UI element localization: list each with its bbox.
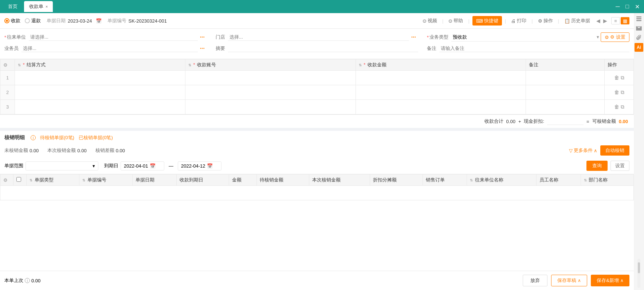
row-2-account[interactable] xyxy=(185,85,356,100)
toolbar-right: ⊙ 视频 | ⊙ 帮助 | ⌨ 快捷键 | 🖨 打印 | ⚙ 操作 | 📋 历史… xyxy=(420,16,629,26)
row-1-delete-icon[interactable]: 🗑 xyxy=(614,75,619,81)
section-info-icon[interactable]: i xyxy=(31,135,36,140)
notes-field: 备注 xyxy=(427,45,629,52)
filter-settings-button[interactable]: 设置 xyxy=(610,161,629,171)
row-1-amount[interactable] xyxy=(356,71,526,85)
tab-home[interactable]: 首页 xyxy=(3,1,23,12)
business-type-field: * 业务类型 预收款 ▾ ⚙ ⚙ 设置 xyxy=(427,32,629,42)
calendar-start-icon[interactable]: 📅 xyxy=(150,163,156,169)
select-all-checkbox[interactable] xyxy=(16,177,21,182)
list-view-icon[interactable]: ≡ xyxy=(611,17,620,24)
sidebar-paperclip-icon[interactable] xyxy=(635,34,643,42)
completed-tag[interactable]: 已核销单据(0笔) xyxy=(79,134,113,141)
calendar-icon[interactable]: 📅 xyxy=(96,18,102,24)
total-value: 0.00 xyxy=(506,119,515,124)
row-number-3: 3 xyxy=(0,100,15,114)
receipts-table: ⚙ ⇅ * 结算方式 ⇅ * 收款账号 ⇅ xyxy=(0,59,634,114)
sidebar-table-icon[interactable] xyxy=(635,15,643,23)
tab-current[interactable]: 收款单 × xyxy=(24,1,53,12)
row-2-notes[interactable] xyxy=(526,85,605,100)
pending-tag[interactable]: 待核销单据(0笔) xyxy=(40,134,74,141)
number-field-label: 单据编号 xyxy=(107,17,126,24)
row-1-notes[interactable] xyxy=(526,71,605,85)
save-new-button[interactable]: 保存&新增 ∧ xyxy=(591,275,629,286)
due-date-start-input[interactable]: 2022-04-01 📅 xyxy=(121,161,164,171)
query-button[interactable]: 查询 xyxy=(586,161,608,171)
maximize-button[interactable]: □ xyxy=(624,3,631,10)
partner-input[interactable] xyxy=(29,34,198,41)
table-settings-icon-2[interactable]: ⚙ xyxy=(3,177,8,183)
staff-field: 业务员 ··· xyxy=(4,45,207,52)
discount-input[interactable] xyxy=(547,118,584,125)
discard-button[interactable]: 放弃 xyxy=(523,275,547,286)
range-chevron-icon: ▾ xyxy=(93,163,95,169)
row-1-settlement[interactable] xyxy=(15,71,185,85)
close-tab-icon[interactable]: × xyxy=(46,4,48,9)
receipt-radio[interactable]: 收款 xyxy=(4,17,20,24)
minimize-button[interactable]: ─ xyxy=(614,3,621,10)
sidebar-mail-icon[interactable] xyxy=(635,24,643,33)
calc-row: 收款合计 0.00 + 现金折扣: = 可核销金额 0.00 xyxy=(0,114,634,128)
current-value: 0.00 xyxy=(77,148,86,153)
operation-button[interactable]: ⚙ 操作 xyxy=(536,17,555,25)
row-3-settlement[interactable] xyxy=(15,100,185,114)
home-tab-label: 首页 xyxy=(8,3,17,10)
row-1-account[interactable] xyxy=(185,71,356,85)
form-settings-button[interactable]: ⚙ ⚙ 设置 xyxy=(601,32,629,42)
row-1-copy-icon[interactable]: ⧉ xyxy=(621,75,624,81)
staff-input[interactable] xyxy=(21,45,198,52)
print-button[interactable]: 🖨 打印 xyxy=(509,17,529,25)
table-gear-header-2: ⚙ xyxy=(0,175,13,186)
sidebar-ai-icon[interactable]: Ai xyxy=(635,43,643,52)
notes-input[interactable] xyxy=(439,45,629,52)
diff-label: 核销差额 xyxy=(95,147,114,154)
calendar-end-icon[interactable]: 📅 xyxy=(207,163,213,169)
verification-table: ⚙ ⇅ 单据类型 ⇅ 单据编号 xyxy=(0,174,634,200)
save-draft-button[interactable]: 保存草稿 ∧ xyxy=(551,275,587,286)
next-arrow[interactable]: ▶ xyxy=(602,17,608,24)
table-gear-header: ⚙ xyxy=(0,59,15,71)
save-new-arrow: ∧ xyxy=(620,278,624,283)
col-current-verify: 本次核销金额 xyxy=(309,175,370,186)
row-3-delete-icon[interactable]: 🗑 xyxy=(614,104,619,110)
current-amount: 本次核销金额 0.00 xyxy=(47,147,86,154)
history-button[interactable]: 📋 历史单据 xyxy=(562,17,592,25)
more-conditions-button[interactable]: ▽ 更多条件 ∧ xyxy=(569,147,597,154)
diff-amount: 核销差额 0.00 xyxy=(95,147,125,154)
summary-input[interactable] xyxy=(228,45,418,52)
receipt-radio-dot xyxy=(4,18,9,23)
scrollbar-thumb[interactable] xyxy=(638,262,640,273)
partner-more-btn[interactable]: ··· xyxy=(198,34,207,40)
grid-view-icon[interactable]: ▦ xyxy=(621,17,629,24)
available-value: 0.00 xyxy=(619,119,628,124)
refund-radio[interactable]: 退款 xyxy=(25,17,41,24)
row-2-settlement[interactable] xyxy=(15,85,185,100)
business-type-select[interactable]: 预收款 ▾ xyxy=(451,33,601,42)
store-input[interactable] xyxy=(228,34,409,41)
save-draft-arrow: ∧ xyxy=(578,278,581,283)
row-3-account[interactable] xyxy=(185,100,356,114)
video-button[interactable]: ⊙ 视频 xyxy=(420,17,439,25)
store-more-btn[interactable]: ··· xyxy=(409,34,418,40)
row-3-amount[interactable] xyxy=(356,100,526,114)
scrollbar-track xyxy=(637,259,640,288)
footer-info-icon[interactable]: i xyxy=(25,278,30,283)
table-row: 3 🗑 ⧉ xyxy=(0,100,634,114)
staff-more-btn[interactable]: ··· xyxy=(198,45,207,52)
range-select[interactable]: ▾ xyxy=(25,161,98,171)
row-3-notes[interactable] xyxy=(526,100,605,114)
auto-verify-button[interactable]: 自动核销 xyxy=(600,145,629,156)
row-2-copy-icon[interactable]: ⧉ xyxy=(621,89,624,95)
close-window-button[interactable]: ✕ xyxy=(633,3,641,10)
due-date-end-input[interactable]: 2022-04-12 📅 xyxy=(178,161,221,171)
table-settings-icon[interactable]: ⚙ xyxy=(3,62,8,68)
shortcut-button[interactable]: ⌨ 快捷键 xyxy=(472,16,502,26)
row-3-copy-icon[interactable]: ⧉ xyxy=(621,104,624,110)
prev-arrow[interactable]: ◀ xyxy=(595,17,601,24)
current-label: 本次核销金额 xyxy=(47,147,76,154)
number-field-value: SK-20230324-001 xyxy=(129,18,167,24)
row-2-amount[interactable] xyxy=(356,85,526,100)
row-2-delete-icon[interactable]: 🗑 xyxy=(614,89,619,95)
help-button[interactable]: ⊙ 帮助 xyxy=(446,17,465,25)
unverified-value: 0.00 xyxy=(30,148,39,153)
